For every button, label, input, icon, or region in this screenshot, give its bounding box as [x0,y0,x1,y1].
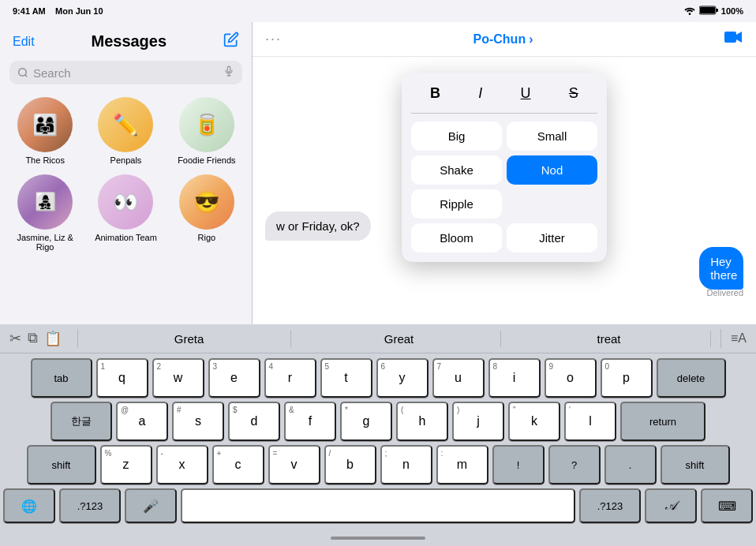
conv-item-animation[interactable]: 👀 Animation Team [90,174,161,252]
format-top-row: B I U S [411,82,597,114]
c-key[interactable]: +c [212,445,264,484]
conv-item-penpals[interactable]: ✏️ Penpals [90,97,161,165]
italic-icon[interactable]: I [472,82,488,105]
format-empty-button [507,189,597,219]
p-key[interactable]: 0p [601,358,653,398]
chat-back-dots: ··· [265,31,282,47]
h-key[interactable]: (h [396,402,448,441]
contact-chevron: › [529,32,533,47]
edit-button[interactable]: Edit [13,35,35,49]
q-key[interactable]: 1q [96,358,148,398]
keyboard-row-3: shift %z -x +c =v /b ;n :m ! ? . shift [3,445,753,484]
autocomplete-greta[interactable]: Greta [88,331,291,347]
search-mic-icon[interactable] [223,65,234,80]
bold-icon[interactable]: B [424,82,447,105]
strikethrough-icon[interactable]: S [563,82,585,105]
point123-key[interactable]: .?123 [579,488,641,523]
shift-left-key[interactable]: shift [27,445,96,484]
format-text-icon[interactable]: ≡A [731,331,747,346]
g-key[interactable]: *g [340,402,392,441]
status-right-icons: 100% [683,6,743,17]
conv-item-jasmine[interactable]: 👩‍👧‍👦 Jasmine, Liz & Rigo [9,174,80,252]
copy-icon[interactable]: ⧉ [28,330,38,347]
cut-icon[interactable]: ✂ [9,330,21,347]
globe-key[interactable]: 🌐 [3,488,55,523]
r-key[interactable]: 4r [264,358,316,398]
avatar-penpals: ✏️ [98,97,153,152]
k-key[interactable]: "k [508,402,560,441]
chat-contact[interactable]: Po-Chun › [473,32,533,47]
v-key[interactable]: =v [268,445,320,484]
home-indicator-bar [0,530,756,546]
autocomplete-divider [77,329,78,348]
n-key[interactable]: ;n [380,445,432,484]
format-shake-button[interactable]: Shake [411,155,502,185]
w-key[interactable]: 2w [152,358,204,398]
wifi-icon [683,6,696,17]
tab-key[interactable]: tab [31,358,92,398]
avatar-jasmine: 👩‍👧‍👦 [17,174,73,230]
video-call-icon[interactable] [724,30,743,48]
question-key[interactable]: ? [548,445,601,484]
svg-rect-3 [716,9,718,12]
format-nod-button[interactable]: Nod [507,155,597,185]
underline-icon[interactable]: U [515,82,537,105]
keyboard-row-2: 한글 @a #s $d &f *g (h )j "k 'l return [3,402,753,441]
exclaim-key[interactable]: ! [492,445,545,484]
u-key[interactable]: 7u [432,358,485,398]
mic-key[interactable]: 🎤 [125,488,177,523]
f-key[interactable]: &f [284,402,336,441]
contact-name: Po-Chun [473,32,526,47]
paste-icon[interactable]: 📋 [44,330,62,347]
conv-item-ricos[interactable]: 👨‍👩‍👧 The Ricos [9,97,80,165]
t-key[interactable]: 5t [320,358,372,398]
a-key[interactable]: @a [116,402,168,441]
j-key[interactable]: )j [452,402,504,441]
m-key[interactable]: :m [436,445,488,484]
scribble-key[interactable]: 𝒜 [645,488,697,523]
message-delivered-status: Delivered [707,288,743,297]
conv-item-rigo[interactable]: 😎 Rigo [171,174,242,252]
conv-item-foodie[interactable]: 🥫 Foodie Friends [171,97,242,165]
b-key[interactable]: /b [324,445,376,484]
autocomplete-great[interactable]: Great [298,331,501,347]
period-key[interactable]: . [604,445,657,484]
x-key[interactable]: -x [156,445,208,484]
svg-point-4 [19,69,26,76]
format-big-button[interactable]: Big [411,122,502,151]
format-small-button[interactable]: Small [507,122,597,151]
return-key[interactable]: return [620,402,705,441]
keyboard-dismiss-key[interactable]: ⌨ [701,488,753,523]
shift-right-key[interactable]: shift [661,445,730,484]
delete-key[interactable]: delete [657,358,726,398]
status-time: 9:41 AM Mon Jun 10 [13,6,103,16]
format-jitter-button[interactable]: Jitter [507,223,597,252]
svg-rect-2 [700,7,715,13]
keyboard: tab 1q 2w 3e 4r 5t 6y 7u 8i 9o 0p delete… [0,353,756,530]
search-bar[interactable]: Search [9,61,242,84]
format-popup: B I U S Big Small Shake Nod Ripple Bloom… [402,73,607,262]
conv-name-jasmine: Jasmine, Liz & Rigo [13,233,77,252]
autocomplete-treat[interactable]: treat [507,331,711,347]
conv-name-animation: Animation Team [95,233,157,242]
d-key[interactable]: $d [228,402,280,441]
compose-button[interactable] [223,32,239,51]
e-key[interactable]: 3e [208,358,260,398]
s-key[interactable]: #s [172,402,224,441]
avatar-foodie: 🥫 [179,97,234,152]
autocomplete-bar: ✂ ⧉ 📋 Greta Great treat ≡A [0,324,756,353]
y-key[interactable]: 6y [376,358,429,398]
chat-header: ··· Po-Chun › [253,22,756,57]
i-key[interactable]: 8i [488,358,541,398]
num123-key[interactable]: .?123 [59,488,121,523]
hangle-key[interactable]: 한글 [51,402,112,441]
z-key[interactable]: %z [100,445,152,484]
avatar-ricos: 👨‍👩‍👧 [17,97,73,152]
space-key[interactable] [181,488,575,523]
format-bloom-button[interactable]: Bloom [411,223,502,252]
o-key[interactable]: 9o [545,358,597,398]
format-ripple-button[interactable]: Ripple [411,189,502,219]
l-key[interactable]: 'l [564,402,616,441]
svg-rect-6 [724,32,736,43]
conv-name-penpals: Penpals [110,155,142,165]
